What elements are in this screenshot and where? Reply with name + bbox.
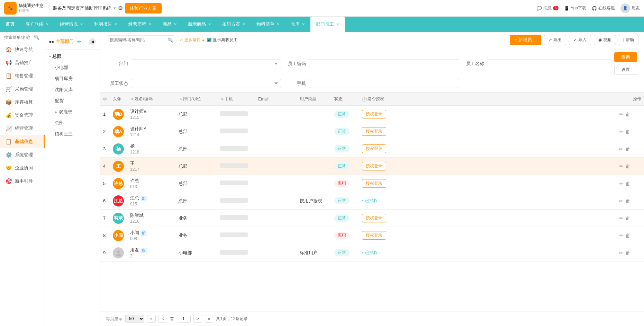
tab-operations[interactable]: 经营情况 ✕: [54, 17, 89, 32]
dept-item-shenyang[interactable]: 沈阳大库: [45, 84, 100, 95]
phone-input[interactable]: [309, 79, 459, 88]
sidebar-item-quicknav[interactable]: 🏠 快速导航: [0, 43, 45, 56]
prev-page-btn[interactable]: <: [158, 315, 167, 323]
show-resigned-input[interactable]: [207, 38, 211, 42]
view-btn[interactable]: ◉ 视频: [594, 35, 616, 45]
trial-button[interactable]: 体验行业方案: [125, 3, 162, 14]
auth-btn[interactable]: 授权登录: [362, 214, 386, 222]
sidebar-item-guide[interactable]: 🎯 新手引导: [0, 175, 45, 188]
edit-icon[interactable]: ✏: [619, 164, 623, 169]
close-icon[interactable]: ✕: [336, 22, 339, 27]
page-number-input[interactable]: [177, 315, 191, 323]
tab-customer[interactable]: 客户联络 ✕: [20, 17, 54, 32]
auth-btn[interactable]: 授权登录: [362, 144, 386, 153]
close-icon[interactable]: ✕: [302, 22, 305, 27]
emp-name-input[interactable]: [487, 59, 611, 68]
app-download-btn[interactable]: 📱 App下载: [564, 5, 586, 11]
dept-item-general[interactable]: ▾ 总部: [45, 51, 100, 62]
online-service-btn[interactable]: 🎧 在线客服: [592, 5, 615, 11]
sidebar-item-finance[interactable]: 💰 资金管理: [0, 109, 45, 122]
search-input[interactable]: [106, 35, 175, 44]
sidebar-item-collab[interactable]: 🤝 企业协同: [0, 161, 45, 175]
tab-bom[interactable]: 物料清单 ✕: [251, 17, 285, 32]
dept-item-shuanglu[interactable]: ▶ 双鹿想: [45, 106, 100, 117]
tab-barcode[interactable]: 条码方案 ✕: [217, 17, 251, 32]
edit-icon[interactable]: ✏: [619, 198, 623, 204]
auth-btn[interactable]: 授权登录: [362, 110, 386, 118]
edit-icon[interactable]: ✏: [619, 181, 623, 186]
first-page-btn[interactable]: «: [147, 315, 156, 323]
auth-btn[interactable]: 授权登录: [362, 127, 386, 136]
close-icon[interactable]: ✕: [276, 22, 280, 27]
edit-dept-icon[interactable]: ✏: [77, 39, 81, 44]
dept-item-zhishu[interactable]: 植树王三: [45, 129, 100, 140]
reset-btn[interactable]: 设置: [614, 65, 637, 75]
delete-icon[interactable]: 🗑: [625, 215, 630, 221]
settings-icon[interactable]: ⚙: [103, 97, 107, 102]
delete-icon[interactable]: 🗑: [625, 250, 630, 256]
close-icon[interactable]: ✕: [208, 22, 211, 27]
close-icon[interactable]: ✕: [148, 22, 152, 27]
dept-item-shipping[interactable]: 配货: [45, 95, 100, 106]
gear-icon[interactable]: ⚙: [118, 5, 123, 11]
sidebar-item-purchase[interactable]: 🛒 采购管理: [0, 82, 45, 96]
edit-icon[interactable]: ✏: [619, 146, 623, 152]
per-page-select[interactable]: 50 100: [125, 315, 144, 323]
edit-icon[interactable]: ✏: [619, 250, 623, 256]
delete-icon[interactable]: 🗑: [625, 112, 630, 117]
tab-goods[interactable]: 商品 ✕: [157, 17, 182, 32]
sidebar-item-system[interactable]: ⚙️ 系统管理: [0, 148, 45, 161]
close-icon[interactable]: ✕: [114, 22, 117, 27]
dept-item-hq[interactable]: 总部: [45, 117, 100, 129]
next-page-btn[interactable]: >: [193, 315, 202, 323]
col-dept[interactable]: ⇅ 部门/职位: [176, 92, 217, 106]
chevron-down-icon[interactable]: ▾: [114, 6, 116, 11]
edit-icon[interactable]: ✏: [619, 112, 623, 117]
collapse-btn[interactable]: ◀: [89, 38, 96, 45]
sidebar-item-business[interactable]: 📈 经营管理: [0, 122, 45, 135]
auth-btn[interactable]: 授权登录: [362, 162, 386, 170]
tab-employees[interactable]: 部门员工 ✕: [310, 17, 345, 32]
tab-home[interactable]: 首页: [0, 17, 20, 32]
sidebar-item-basic-info[interactable]: 📋 基础信息: [0, 135, 45, 148]
delete-icon[interactable]: 🗑: [625, 198, 630, 204]
add-employee-btn[interactable]: + 新增员工: [510, 35, 541, 45]
delete-icon[interactable]: 🗑: [625, 233, 630, 238]
search-icon[interactable]: 🔍: [167, 37, 173, 43]
dept-item-electronics[interactable]: 小电部: [45, 62, 100, 73]
show-resigned-checkbox[interactable]: 显示离职员工: [207, 37, 238, 43]
import-btn[interactable]: ↙ 导入: [569, 35, 591, 45]
help-btn[interactable]: | 帮助: [619, 35, 638, 45]
auth-btn[interactable]: 授权登录: [362, 179, 386, 188]
delete-icon[interactable]: 🗑: [625, 181, 630, 186]
search-btn[interactable]: 查询: [614, 52, 637, 62]
auth-btn[interactable]: 授权登录: [362, 231, 386, 240]
edit-icon[interactable]: ✏: [619, 233, 623, 238]
close-icon[interactable]: ✕: [242, 22, 245, 27]
export-btn[interactable]: ↗ 导出: [544, 35, 566, 45]
close-icon[interactable]: ✕: [174, 22, 177, 27]
edit-icon[interactable]: ✏: [619, 129, 623, 134]
col-phone[interactable]: ⇅ 手机: [217, 92, 255, 106]
tab-warehouse[interactable]: 仓库 ✕: [285, 17, 310, 32]
delete-icon[interactable]: 🗑: [625, 164, 630, 169]
emp-code-input[interactable]: [309, 59, 459, 68]
sidebar-item-marketing[interactable]: 📢 营销推广: [0, 56, 45, 69]
last-page-btn[interactable]: »: [205, 315, 214, 323]
more-conditions-btn[interactable]: ⊿ 更多条件 ▴: [179, 37, 204, 43]
sidebar-item-sales[interactable]: 📋 销售管理: [0, 69, 45, 82]
tab-process[interactable]: 经营历程 ✕: [123, 17, 157, 32]
close-icon[interactable]: ✕: [46, 22, 49, 27]
all-dept-label[interactable]: 全部部门: [56, 38, 74, 45]
emp-status-select[interactable]: [131, 79, 281, 88]
user-btn[interactable]: 👤 用友: [620, 3, 640, 13]
tab-profit[interactable]: 利润报告 ✕: [89, 17, 123, 32]
delete-icon[interactable]: 🗑: [625, 146, 630, 152]
dept-select[interactable]: [131, 59, 281, 68]
close-icon[interactable]: ✕: [80, 22, 83, 27]
col-name[interactable]: ⇅ 姓名/编码: [127, 92, 176, 106]
sidebar-item-inventory[interactable]: 📦 库存核算: [0, 96, 45, 109]
edit-icon[interactable]: ✏: [619, 215, 623, 221]
delete-icon[interactable]: 🗑: [625, 129, 630, 134]
message-btn[interactable]: 💬 消息 6: [537, 5, 559, 11]
